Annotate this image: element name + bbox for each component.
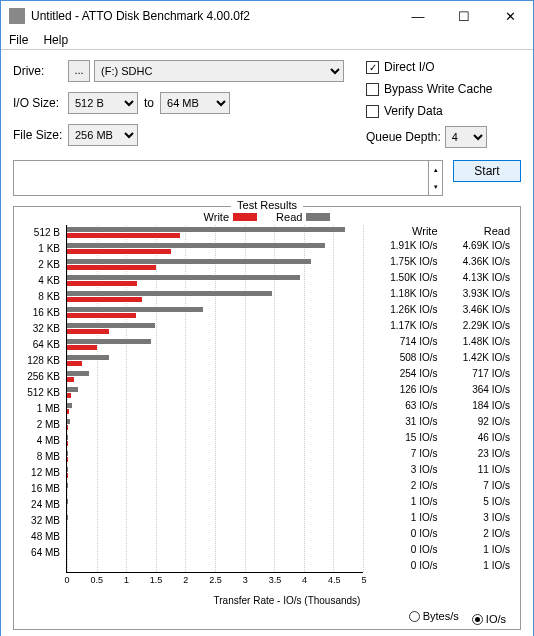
io-row: 508 IO/s1.42K IO/s bbox=[369, 349, 514, 365]
unit-ios-radio[interactable] bbox=[472, 614, 483, 625]
y-label: 128 KB bbox=[20, 353, 60, 369]
x-tick: 1 bbox=[124, 575, 129, 585]
bar-row bbox=[67, 545, 363, 561]
io-write-cell: 0 IO/s bbox=[369, 544, 442, 555]
io-write-cell: 1.75K IO/s bbox=[369, 256, 442, 267]
io-read-cell: 46 IO/s bbox=[442, 432, 515, 443]
start-button[interactable]: Start bbox=[453, 160, 521, 182]
io-read-cell: 2.29K IO/s bbox=[442, 320, 515, 331]
io-read-cell: 23 IO/s bbox=[442, 448, 515, 459]
titlebar[interactable]: Untitled - ATTO Disk Benchmark 4.00.0f2 … bbox=[1, 1, 533, 31]
io-write-cell: 63 IO/s bbox=[369, 400, 442, 411]
x-tick: 1.5 bbox=[150, 575, 163, 585]
iohead-read: Read bbox=[442, 225, 515, 237]
chart-x-axis: 00.511.522.533.544.55 bbox=[20, 575, 514, 585]
drive-browse-button[interactable]: ... bbox=[68, 60, 90, 82]
iosize-label: I/O Size: bbox=[13, 96, 68, 110]
filesize-select[interactable]: 256 MB bbox=[68, 124, 138, 146]
io-row: 1 IO/s3 IO/s bbox=[369, 509, 514, 525]
y-label: 48 MB bbox=[20, 529, 60, 545]
write-bar bbox=[67, 425, 68, 430]
minimize-button[interactable]: — bbox=[395, 1, 441, 31]
window-title: Untitled - ATTO Disk Benchmark 4.00.0f2 bbox=[31, 9, 395, 23]
menu-file[interactable]: File bbox=[9, 33, 28, 47]
x-tick: 0 bbox=[64, 575, 69, 585]
io-write-cell: 0 IO/s bbox=[369, 528, 442, 539]
unit-bytes-label: Bytes/s bbox=[423, 610, 459, 622]
bar-row bbox=[67, 257, 363, 273]
y-label: 16 KB bbox=[20, 305, 60, 321]
filesize-label: File Size: bbox=[13, 128, 68, 142]
io-row: 63 IO/s184 IO/s bbox=[369, 397, 514, 413]
io-write-cell: 1.50K IO/s bbox=[369, 272, 442, 283]
io-write-cell: 254 IO/s bbox=[369, 368, 442, 379]
directio-checkbox[interactable]: ✓ bbox=[366, 61, 379, 74]
bar-row bbox=[67, 385, 363, 401]
write-bar bbox=[67, 297, 142, 302]
io-write-cell: 1.17K IO/s bbox=[369, 320, 442, 331]
bypass-checkbox[interactable] bbox=[366, 83, 379, 96]
unit-bytes-radio[interactable] bbox=[409, 611, 420, 622]
verify-label: Verify Data bbox=[384, 104, 443, 118]
read-bar bbox=[67, 291, 272, 296]
y-label: 64 MB bbox=[20, 545, 60, 561]
y-label: 256 KB bbox=[20, 369, 60, 385]
io-write-cell: 1.26K IO/s bbox=[369, 304, 442, 315]
io-write-cell: 508 IO/s bbox=[369, 352, 442, 363]
io-write-cell: 3 IO/s bbox=[369, 464, 442, 475]
x-tick: 5 bbox=[361, 575, 366, 585]
legend-write-swatch bbox=[233, 213, 257, 221]
io-read-cell: 7 IO/s bbox=[442, 480, 515, 491]
iosize-from-select[interactable]: 512 B bbox=[68, 92, 138, 114]
read-bar bbox=[67, 323, 155, 328]
iosize-to-select[interactable]: 64 MB bbox=[160, 92, 230, 114]
y-label: 32 MB bbox=[20, 513, 60, 529]
iohead-write: Write bbox=[369, 225, 442, 237]
to-label: to bbox=[144, 96, 154, 110]
io-row: 1.91K IO/s4.69K IO/s bbox=[369, 237, 514, 253]
menubar: File Help bbox=[1, 31, 533, 50]
unit-ios-label: IO/s bbox=[486, 613, 506, 625]
io-read-cell: 3.46K IO/s bbox=[442, 304, 515, 315]
io-read-cell: 184 IO/s bbox=[442, 400, 515, 411]
log-textbox[interactable]: ▴▾ bbox=[13, 160, 443, 196]
io-table: Write Read 1.91K IO/s4.69K IO/s1.75K IO/… bbox=[369, 225, 514, 573]
write-bar bbox=[67, 281, 137, 286]
y-label: 16 MB bbox=[20, 481, 60, 497]
y-label: 4 KB bbox=[20, 273, 60, 289]
write-bar bbox=[67, 233, 180, 238]
io-write-cell: 1.18K IO/s bbox=[369, 288, 442, 299]
io-read-cell: 1.42K IO/s bbox=[442, 352, 515, 363]
bar-row bbox=[67, 449, 363, 465]
maximize-button[interactable]: ☐ bbox=[441, 1, 487, 31]
io-write-cell: 31 IO/s bbox=[369, 416, 442, 427]
drive-select[interactable]: (F:) SDHC bbox=[94, 60, 344, 82]
io-write-cell: 1 IO/s bbox=[369, 512, 442, 523]
y-label: 1 KB bbox=[20, 241, 60, 257]
queuedepth-label: Queue Depth: bbox=[366, 130, 441, 144]
log-spin-up[interactable]: ▴ bbox=[428, 161, 442, 178]
bar-row bbox=[67, 321, 363, 337]
io-row: 254 IO/s717 IO/s bbox=[369, 365, 514, 381]
close-button[interactable]: ✕ bbox=[487, 1, 533, 31]
io-write-cell: 2 IO/s bbox=[369, 480, 442, 491]
bar-row bbox=[67, 225, 363, 241]
bar-row bbox=[67, 289, 363, 305]
menu-help[interactable]: Help bbox=[43, 33, 68, 47]
y-label: 12 MB bbox=[20, 465, 60, 481]
io-row: 3 IO/s11 IO/s bbox=[369, 461, 514, 477]
chart-bars bbox=[66, 225, 363, 573]
verify-checkbox[interactable] bbox=[366, 105, 379, 118]
queuedepth-select[interactable]: 4 bbox=[445, 126, 487, 148]
write-bar bbox=[67, 345, 97, 350]
io-row: 0 IO/s2 IO/s bbox=[369, 525, 514, 541]
io-row: 2 IO/s7 IO/s bbox=[369, 477, 514, 493]
io-row: 1.26K IO/s3.46K IO/s bbox=[369, 301, 514, 317]
log-spin-down[interactable]: ▾ bbox=[428, 178, 442, 195]
io-row: 1 IO/s5 IO/s bbox=[369, 493, 514, 509]
io-row: 126 IO/s364 IO/s bbox=[369, 381, 514, 397]
bar-row bbox=[67, 401, 363, 417]
io-row: 1.75K IO/s4.36K IO/s bbox=[369, 253, 514, 269]
io-read-cell: 364 IO/s bbox=[442, 384, 515, 395]
read-bar bbox=[67, 403, 72, 408]
